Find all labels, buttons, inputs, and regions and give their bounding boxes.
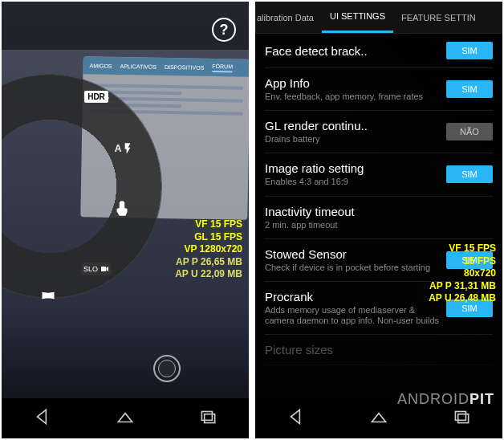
svg-rect-1	[204, 414, 214, 423]
recent-apps-button[interactable]	[451, 406, 472, 430]
flash-label: A	[115, 143, 122, 154]
toggle-gl-render[interactable]: NÃO	[446, 123, 493, 141]
home-button[interactable]	[368, 406, 389, 430]
setting-subtitle: Drains battery	[265, 134, 440, 145]
webpage-tab: DISPOSITIVOS	[165, 63, 205, 70]
touch-icon	[112, 198, 132, 219]
back-button[interactable]	[286, 406, 307, 430]
debug-vf-fps: VF 15 FPS	[429, 242, 496, 255]
debug-overlay: VF 15 FPS GL 15 FPS VP 1280x720 AP P 26,…	[175, 218, 242, 281]
flash-icon	[121, 142, 134, 155]
setting-gl-render[interactable]: GL render continu.. Drains battery NÃO	[265, 111, 493, 153]
debug-ap-u: AP U 26,48 MB	[429, 292, 496, 305]
setting-face-detect[interactable]: Face detect brack.. SIM	[265, 34, 493, 68]
video-icon	[100, 264, 109, 274]
webpage-tab: AMIGOS	[89, 63, 112, 68]
camera-screen: AMIGOS APLICATIVOS DISPOSITIVOS FÓRUM ?	[2, 2, 249, 438]
toggle-app-info[interactable]: SIM	[446, 80, 493, 98]
watermark: ANDROIDPIT	[397, 391, 494, 408]
debug-ap-p: AP P 31,31 MB	[429, 280, 496, 293]
toggle-image-ratio[interactable]: SIM	[446, 165, 493, 183]
debug-viewport: VP 1280x720	[175, 243, 242, 256]
tab-ui-settings[interactable]: UI SETTINGS	[322, 2, 393, 33]
panorama-button[interactable]	[34, 281, 63, 310]
flash-auto-button[interactable]: A	[110, 134, 139, 163]
navigation-bar	[2, 398, 249, 438]
tab-calibration[interactable]: alibration Data	[255, 2, 322, 33]
setting-subtitle: Check if device is in pocket before star…	[265, 263, 440, 273]
slo-badge: SLO	[81, 263, 112, 275]
settings-list[interactable]: Face detect brack.. SIM App Info Env. fe…	[255, 34, 502, 398]
setting-title: GL render continu..	[265, 119, 440, 132]
hdr-badge: HDR	[84, 91, 108, 103]
setting-subtitle: Env. feedback, app memory, frame rates	[265, 92, 440, 102]
setting-subtitle: Enables 4:3 and 16:9	[265, 177, 440, 187]
setting-inactivity-timeout[interactable]: Inactivity timeout 2 min. app timeout	[265, 197, 493, 239]
recent-apps-button[interactable]	[197, 406, 218, 430]
debug-viewport: 80x720	[429, 267, 496, 280]
hdr-mode-button[interactable]: HDR	[82, 82, 111, 111]
tab-feature-settings[interactable]: FEATURE SETTIN	[393, 2, 484, 33]
home-button[interactable]	[115, 406, 136, 430]
panorama-icon	[38, 288, 59, 303]
debug-ap-p: AP P 26,65 MB	[175, 256, 242, 269]
setting-title: Image ratio setting	[265, 161, 440, 175]
setting-title: Stowed Sensor	[265, 247, 440, 261]
svg-rect-0	[201, 412, 212, 421]
debug-ap-u: AP U 22,09 MB	[175, 268, 242, 281]
debug-gl-fps: 15 FPS	[429, 255, 496, 268]
svg-rect-2	[455, 412, 465, 421]
touch-focus-button[interactable]	[108, 194, 136, 223]
webpage-tab-active: FÓRUM	[212, 63, 233, 71]
back-button[interactable]	[32, 406, 53, 430]
webpage-tab: APLICATIVOS	[120, 63, 157, 69]
setting-title: App Info	[265, 76, 440, 90]
setting-title: Inactivity timeout	[265, 205, 486, 218]
slowmo-button[interactable]: SLO	[82, 255, 111, 283]
debug-gl-fps: GL 15 FPS	[175, 231, 242, 244]
setting-picture-sizes[interactable]: Picture sizes	[265, 335, 493, 365]
debug-overlay-right: VF 15 FPS 15 FPS 80x720 AP P 31,31 MB AP…	[429, 242, 496, 305]
shutter-button[interactable]	[153, 355, 181, 382]
settings-tabs: alibration Data UI SETTINGS FEATURE SETT…	[255, 2, 502, 34]
settings-screen: alibration Data UI SETTINGS FEATURE SETT…	[255, 2, 502, 438]
setting-subtitle: 2 min. app timeout	[265, 220, 486, 230]
setting-title: Picture sizes	[265, 343, 486, 356]
setting-subtitle: Adds memory usage of mediaserver & camer…	[265, 305, 440, 326]
shutter-inner-icon	[158, 360, 176, 377]
setting-title: Face detect brack..	[265, 44, 440, 58]
svg-rect-3	[457, 414, 468, 423]
camera-mode-wheel[interactable]: HDR A SLO	[2, 74, 162, 299]
toggle-face-detect[interactable]: SIM	[446, 42, 493, 59]
debug-vf-fps: VF 15 FPS	[175, 218, 242, 231]
help-button[interactable]: ?	[212, 18, 236, 42]
setting-title: Procrank	[265, 290, 440, 304]
setting-image-ratio[interactable]: Image ratio setting Enables 4:3 and 16:9…	[265, 153, 493, 196]
setting-app-info[interactable]: App Info Env. feedback, app memory, fram…	[265, 68, 493, 111]
